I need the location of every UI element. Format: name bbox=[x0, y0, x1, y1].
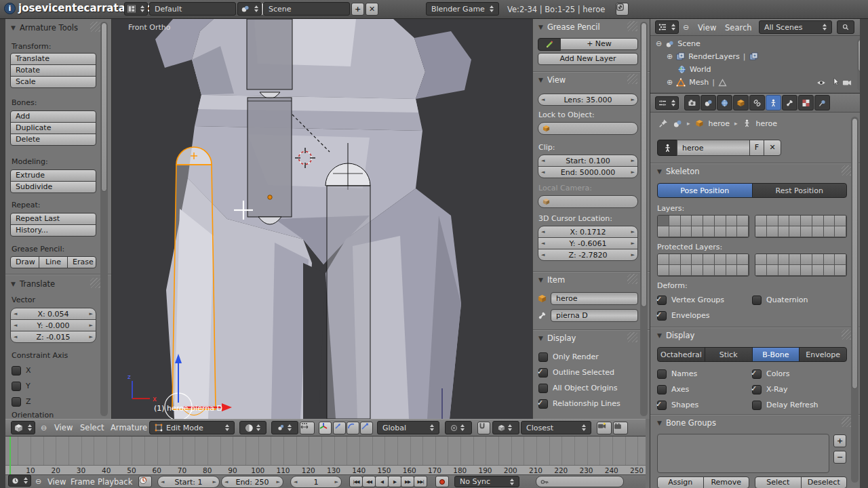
bone-leg-right[interactable] bbox=[327, 186, 370, 419]
checkbox-x[interactable] bbox=[12, 366, 21, 375]
layer-cell-1[interactable] bbox=[669, 254, 681, 265]
breadcrumb-data[interactable]: heroe bbox=[756, 119, 778, 128]
next-keyframe-button[interactable]: ▶▶ bbox=[401, 476, 414, 487]
bones-add-button[interactable]: Add bbox=[10, 110, 96, 123]
tab-world[interactable] bbox=[717, 95, 732, 110]
checkbox-y[interactable] bbox=[12, 382, 21, 391]
increment-icon[interactable]: ► bbox=[631, 229, 635, 235]
layer-cell-10[interactable] bbox=[778, 226, 790, 237]
panel-header-skeleton[interactable]: ▼ Skeleton bbox=[657, 167, 700, 176]
layer-cell-9[interactable] bbox=[767, 265, 778, 276]
tab-bone[interactable] bbox=[782, 95, 797, 110]
layer-cell-15[interactable] bbox=[835, 226, 846, 237]
layer-cell-6[interactable] bbox=[726, 254, 738, 265]
play-button[interactable]: ▶ bbox=[388, 476, 401, 487]
jump-to-end-button[interactable]: ▶▶| bbox=[414, 476, 427, 487]
tab-scene[interactable] bbox=[701, 95, 716, 110]
increment-icon[interactable]: ► bbox=[631, 252, 635, 258]
delete-scene-button[interactable]: ✕ bbox=[366, 3, 378, 16]
frame-start-field[interactable]: ◄Start: 1► bbox=[157, 476, 220, 488]
layer-cell-3[interactable] bbox=[692, 254, 703, 265]
layer-cell-15[interactable] bbox=[737, 226, 749, 237]
panel-resize-grip[interactable] bbox=[90, 22, 100, 32]
toolshelf-scrollbar[interactable] bbox=[100, 22, 108, 416]
layer-cell-4[interactable] bbox=[801, 254, 812, 265]
transform-orientation-selector[interactable]: Global bbox=[377, 421, 439, 434]
option-axes[interactable]: Axes bbox=[657, 382, 698, 397]
lens-slider[interactable]: ◄Lens: 35.000► bbox=[538, 94, 638, 106]
collapse-menus-icon[interactable]: ⊖ bbox=[683, 23, 689, 32]
collapse-icon[interactable]: ⊖ bbox=[656, 39, 662, 48]
option-x[interactable]: X bbox=[12, 363, 31, 378]
tab-physics-checker[interactable] bbox=[798, 95, 814, 110]
mode-button-octahedral[interactable]: Octahedral bbox=[657, 347, 705, 362]
outliner-menu-view[interactable]: View bbox=[698, 23, 716, 33]
bone-group-select-button[interactable]: Select bbox=[755, 476, 802, 488]
gpencil-erase-button[interactable]: Erase bbox=[67, 256, 96, 268]
layer-cell-12[interactable] bbox=[801, 226, 812, 237]
gpencil-line-button[interactable]: Line bbox=[39, 256, 68, 268]
value-slider-z[interactable]: ◄Z: -0.015► bbox=[10, 331, 96, 343]
modeling-extrude-button[interactable]: Extrude bbox=[10, 169, 96, 182]
option-only-render[interactable]: Only Render bbox=[538, 349, 620, 365]
manipulator-translate-icon[interactable] bbox=[333, 422, 346, 434]
viewport-canvas[interactable]: x z Front Ortho (1) heroe pierna D bbox=[112, 19, 532, 419]
checkbox-only-render[interactable] bbox=[538, 352, 548, 362]
panel-header-translate[interactable]: ▼ Translate bbox=[11, 279, 55, 289]
checkbox-shapes[interactable]: ✓ bbox=[657, 401, 667, 410]
value-slider-x[interactable]: ◄X: 0.1712► bbox=[538, 226, 638, 238]
option-delay-refresh[interactable]: Delay Refresh bbox=[752, 397, 818, 413]
transform-translate-button[interactable]: Translate bbox=[10, 53, 96, 65]
remove-bone-group-button[interactable]: − bbox=[833, 451, 846, 464]
layer-cell-15[interactable] bbox=[737, 265, 749, 276]
keying-set-field[interactable] bbox=[536, 476, 624, 487]
properties-scrollbar[interactable] bbox=[851, 117, 859, 483]
layer-cell-7[interactable] bbox=[835, 216, 846, 226]
scene-icon[interactable] bbox=[673, 119, 682, 128]
render-opengl-animation-icon[interactable] bbox=[613, 422, 628, 434]
repeat-repeat-last-button[interactable]: Repeat Last bbox=[10, 213, 96, 225]
layer-cell-1[interactable] bbox=[767, 216, 778, 226]
panel-header-armature-tools[interactable]: ▼ Armature Tools bbox=[11, 23, 78, 33]
layer-cell-3[interactable] bbox=[789, 216, 801, 226]
unlink-button[interactable]: ✕ bbox=[764, 140, 781, 156]
search-icon[interactable] bbox=[837, 20, 854, 34]
mode-selector[interactable]: Edit Mode bbox=[149, 421, 235, 434]
panel-header-grease-pencil[interactable]: ▼ Grease Pencil bbox=[538, 22, 600, 32]
layer-cell-12[interactable] bbox=[703, 226, 715, 237]
tab-armature-data[interactable] bbox=[766, 95, 781, 110]
layer-cell-14[interactable] bbox=[726, 226, 738, 237]
layer-cell-10[interactable] bbox=[778, 265, 790, 276]
layer-cell-13[interactable] bbox=[715, 265, 726, 276]
option-envelopes[interactable]: ✓Envelopes bbox=[657, 308, 724, 323]
properties-scrollbar-thumb[interactable] bbox=[852, 118, 858, 389]
proportional-edit-selector[interactable] bbox=[445, 421, 472, 434]
panel-resize-grip[interactable] bbox=[627, 74, 637, 84]
checkbox-delay-refresh[interactable] bbox=[752, 401, 762, 410]
layer-cell-2[interactable] bbox=[681, 254, 692, 265]
window-duplicate-icon[interactable] bbox=[616, 3, 629, 16]
outliner-menu-search[interactable]: Search bbox=[725, 23, 752, 33]
mode-button-stick[interactable]: Stick bbox=[705, 347, 753, 362]
value-slider-y[interactable]: ◄Y: -0.6061► bbox=[538, 237, 638, 249]
layer-cell-13[interactable] bbox=[812, 226, 824, 237]
outliner-item-label[interactable]: Scene bbox=[677, 39, 701, 48]
manipulator-rotate-icon[interactable] bbox=[347, 422, 359, 434]
layer-cell-6[interactable] bbox=[726, 216, 738, 226]
timeline-menu-view[interactable]: View bbox=[47, 477, 66, 487]
layer-cell-9[interactable] bbox=[669, 265, 681, 276]
frame-end-field[interactable]: ◄End: 250► bbox=[221, 476, 283, 488]
layer-cell-9[interactable] bbox=[767, 226, 778, 237]
outliner-row-world[interactable]: World bbox=[677, 65, 711, 74]
tab-physics[interactable] bbox=[814, 95, 830, 110]
layer-cell-1[interactable] bbox=[669, 216, 681, 226]
jump-to-start-button[interactable]: |◀◀ bbox=[349, 476, 363, 487]
viewport-editor-type-icon[interactable] bbox=[11, 421, 35, 434]
properties-editor-type-icon[interactable] bbox=[655, 96, 679, 110]
value-slider-end[interactable]: ◄End: 5000.000► bbox=[538, 166, 638, 178]
manipulator-scale-icon[interactable] bbox=[360, 422, 373, 434]
previous-keyframe-button[interactable]: ◀◀ bbox=[362, 476, 376, 487]
layer-cell-0[interactable] bbox=[658, 216, 669, 226]
increment-icon[interactable]: ► bbox=[213, 479, 216, 485]
option-outline-selected[interactable]: ✓Outline Selected bbox=[538, 365, 620, 380]
